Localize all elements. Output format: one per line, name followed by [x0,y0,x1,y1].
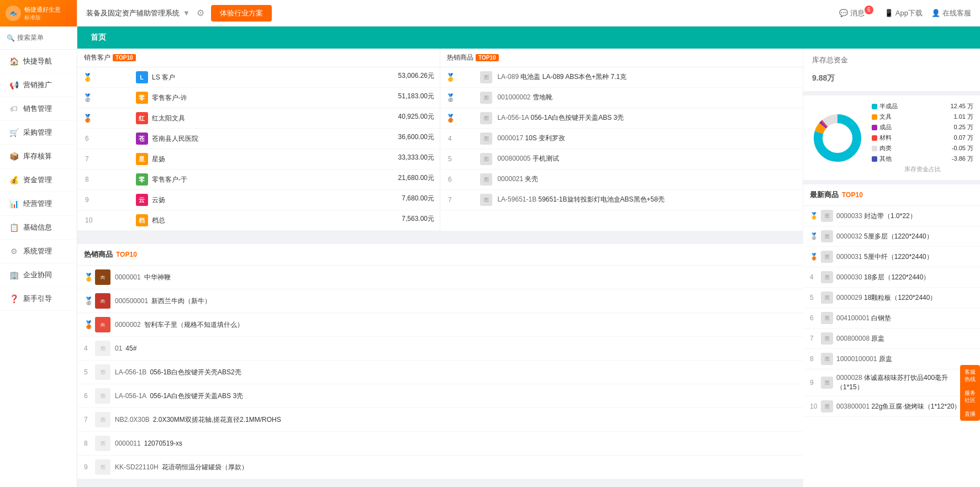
stock-icon: 📦 [9,151,19,161]
customer-section: 销售客户 TOP10 🥇 L LS 客户 53,006.26元 [77,49,440,231]
stock-amount: 9.88万 [812,67,971,84]
message-btn[interactable]: 💬 消息 6 [839,8,876,18]
legend-item: 肉类 -0.05 万 [872,144,973,152]
medal-icon: 🥈 [83,93,92,102]
avatar: 红 [136,112,148,124]
avatar: L [136,71,148,83]
sidebar-item-purchase[interactable]: 🛒 采购管理 [0,121,77,145]
product-row: 🥇 图 0000033 封边带（1.0*22） [803,206,980,226]
system-icon: ⚙ [9,246,19,256]
float-buttons: 客服 热线 服务 社区 直播 [960,365,980,421]
medal-icon: 🥇 [446,73,455,82]
medal-icon: 🥈 [84,297,95,305]
sidebar-item-marketing[interactable]: 📢 营销推广 [0,73,77,97]
purchase-icon: 🛒 [9,128,19,137]
product-thumbnail: 肉 [95,317,110,332]
app-download-btn[interactable]: 📱 App下载 [884,8,923,18]
sidebar-nav: 🏠 快捷导航 📢 营销推广 🏷 销售管理 🛒 采购管理 📦 库存核算 💰 资金管… [0,50,77,487]
legend-color [872,135,877,141]
settings-icon[interactable]: ⚙ [197,8,204,18]
new-products-section: 最新商品 TOP10 🥇 图 0000033 封边带（1.0*22） 🥈 图 0… [803,184,980,487]
legend-color [872,156,877,162]
medal-icon: 🥇 [83,73,92,82]
legend-color [872,114,877,120]
operation-icon: 📊 [9,199,19,209]
chart-area: 半成品 12.45 万 文具 1.01 万 [803,96,980,180]
sidebar-item-enterprise[interactable]: 🏢 企业协同 [0,263,77,287]
sidebar-item-operation[interactable]: 📊 经营管理 [0,192,77,216]
product-img: 图 [821,271,833,283]
table-row: 9 云 云扬 7,680.00元 [77,190,440,210]
sidebar-item-stock[interactable]: 📦 库存核算 [0,145,77,168]
sidebar: 🐟 畅捷通好生意 标准版 🔍 搜索菜单 🏠 快捷导航 📢 营销推广 🏷 销售管理… [0,0,77,487]
sidebar-item-basic[interactable]: 📋 基础信息 [0,216,77,240]
product-img: 图 [480,112,492,124]
main-area: 装备及固定资产辅助管理系统 ▼ ⚙ 体验行业方案 💬 消息 6 📱 App下载 … [77,0,980,487]
online-service-btn[interactable]: 👤 在线客服 [931,8,971,18]
home-tab[interactable]: 首页 [86,33,110,43]
sidebar-item-quick-nav[interactable]: 🏠 快捷导航 [0,50,77,73]
sidebar-item-sales[interactable]: 🏷 销售管理 [0,97,77,121]
customer-section-title: 销售客户 TOP10 [84,53,136,62]
live-broadcast-btn[interactable]: 直播 [960,407,980,421]
product-section: 热销商品 TOP10 🥇 图 LA-089 电池盖 LA-089 ABS本色+黑… [440,49,803,231]
product-thumbnail: 图 [95,364,110,380]
product-img: 图 [821,230,833,242]
table-row: 7 图 LA-59651-1B 59651-1B旋转投影灯电池盒ABS黑色+58… [440,190,803,210]
enterprise-icon: 🏢 [9,270,19,280]
chevron-down-icon[interactable]: ▼ [183,9,190,17]
legend-item: 半成品 12.45 万 [872,102,973,110]
customer-service-btn[interactable]: 客服 热线 [960,365,980,386]
table-row: 6 苍 苍南县人民医院 36,600.00元 [77,129,440,149]
hot-row: 8 图 000001112070519-xs [77,432,803,456]
product-img: 图 [821,312,833,324]
table-row: 4 图 0000017 10S 变利罗孜 [440,129,803,149]
product-thumbnail: 肉 [95,269,110,285]
avatar: 零 [136,92,148,104]
avatar: 零 [136,173,148,186]
topbar: 装备及固定资产辅助管理系统 ▼ ⚙ 体验行业方案 💬 消息 6 📱 App下载 … [77,0,980,27]
donut-chart [810,110,865,166]
logo-icon: 🐟 [6,6,21,21]
product-row: 7 图 000800008 原盅 [803,329,980,349]
system-name: 装备及固定资产辅助管理系统 ▼ [86,8,190,18]
medal-icon: 🥉 [446,114,455,123]
mobile-icon: 📱 [884,9,893,17]
service-community-btn[interactable]: 服务 社区 [960,386,980,407]
medal-icon: 🥈 [446,93,455,102]
product-img: 图 [821,400,833,412]
chart-legend: 半成品 12.45 万 文具 1.01 万 [872,102,973,173]
product-row: 4 图 0000030 18多层（1220*2440） [803,267,980,288]
sidebar-item-finance[interactable]: 💰 资金管理 [0,168,77,192]
table-row: 🥇 L LS 客户 53,006.26元 [77,67,440,88]
product-img: 图 [480,194,492,206]
sidebar-item-system[interactable]: ⚙ 系统管理 [0,240,77,263]
medal-icon: 🥈 [810,232,821,240]
finance-icon: 💰 [9,175,19,185]
product-thumbnail: 图 [95,341,110,356]
sidebar-search[interactable]: 🔍 搜索菜单 [0,27,77,50]
medal-icon: 🥉 [84,320,95,329]
table-row: 🥉 红 红太阳文具 40,925.00元 [77,108,440,129]
medal-icon: 🥉 [83,114,92,123]
service-icon: 👤 [931,9,940,17]
table-row: 8 零 零售客户-于 21,680.00元 [77,170,440,190]
product-img: 图 [821,251,833,263]
sidebar-item-guide[interactable]: ❓ 新手引导 [0,287,77,311]
stock-card: 库存总资金 9.88万 [803,49,980,91]
customer-section-header: 销售客户 TOP10 [77,49,440,67]
new-products-header: 最新商品 TOP10 [803,184,980,206]
hot-row: 6 图 LA-056-1A056-1A白色按键开关盖ABS 3壳 [77,384,803,408]
guide-icon: ❓ [9,294,19,304]
product-img: 图 [821,353,833,365]
hot-row: 4 图 0145# [77,337,803,361]
hot-products-section: 热销商品 TOP10 🥇 肉 0000001中华神鞭 🥈 肉 000500001… [77,240,803,479]
left-panel: 销售客户 TOP10 🥇 L LS 客户 53,006.26元 [77,49,803,487]
table-row: 6 图 0000021 夹壳 [440,170,803,190]
hot-products-header: 热销商品 TOP10 [77,244,803,266]
product-img: 图 [821,332,833,345]
medal-icon: 🥇 [810,212,821,220]
top-sections: 销售客户 TOP10 🥇 L LS 客户 53,006.26元 [77,49,803,235]
experience-btn[interactable]: 体验行业方案 [211,5,272,22]
legend-color [872,125,877,130]
